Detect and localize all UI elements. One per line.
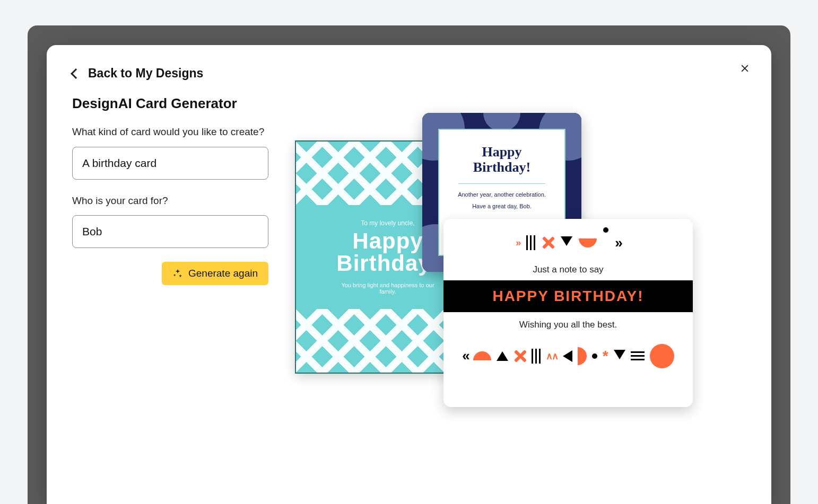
divider <box>458 183 545 184</box>
card-geo-banner: HAPPY BIRTHDAY! <box>443 280 693 312</box>
recipient-label: Who is your card for? <box>72 193 268 208</box>
card-teal-pretext: To my lovely uncle, <box>361 219 414 227</box>
form-column: Back to My Designs DesignAI Card Generat… <box>72 66 268 483</box>
chevron-left-icon <box>71 68 81 79</box>
sparkle-icon <box>172 268 183 279</box>
geometric-decor-icon: » » <box>443 219 693 261</box>
card-navy-heading: Happy Birthday! <box>473 145 530 175</box>
card-teal-subtext: You bring light and happiness to our fam… <box>335 282 441 295</box>
recipient-input[interactable] <box>72 215 268 248</box>
card-generator-modal: Back to My Designs DesignAI Card Generat… <box>47 45 771 504</box>
preview-card-geometric[interactable]: » » Just a note to say HAPPY BIRTHDAY! W… <box>443 219 693 407</box>
card-prompt-input[interactable] <box>72 147 268 180</box>
card-geo-wish: Wishing you all the best. <box>443 320 693 330</box>
back-link[interactable]: Back to My Designs <box>72 66 268 81</box>
prompt-label: What kind of card would you like to crea… <box>72 125 268 139</box>
geometric-decor-icon: « ∧∧ * <box>443 333 693 384</box>
preview-area: To my lovely uncle, Happy Birthday! You … <box>290 66 746 483</box>
card-navy-sub2: Have a great day, Bob. <box>472 203 532 209</box>
card-geo-note: Just a note to say <box>443 264 693 275</box>
card-navy-sub1: Another year, another celebration. <box>458 191 546 198</box>
generate-button-label: Generate again <box>188 268 258 279</box>
back-label: Back to My Designs <box>88 66 203 81</box>
page-title: DesignAI Card Generator <box>72 95 268 112</box>
generate-again-button[interactable]: Generate again <box>162 262 268 285</box>
